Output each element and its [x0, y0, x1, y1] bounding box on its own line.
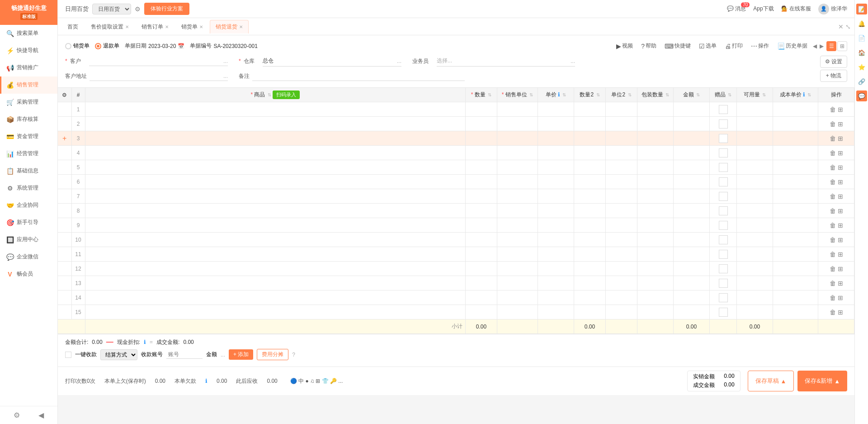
settings-btn[interactable]: ⚙ 设置: [820, 56, 847, 68]
qty-cell[interactable]: [466, 102, 497, 117]
table-row[interactable]: 7🗑⊞: [58, 189, 854, 204]
table-row[interactable]: +3🗑⊞: [58, 131, 854, 146]
price-cell[interactable]: [538, 160, 574, 175]
product-cell[interactable]: [85, 233, 466, 247]
amount-cell[interactable]: [674, 305, 710, 319]
prev-record-icon[interactable]: ◀: [813, 43, 817, 49]
qty2-cell[interactable]: [574, 175, 606, 189]
copy-row-icon[interactable]: ⊞: [838, 294, 843, 301]
price-cell[interactable]: [538, 146, 574, 160]
table-row[interactable]: 5🗑⊞: [58, 160, 854, 175]
pack-cell[interactable]: [637, 247, 674, 262]
calendar-icon[interactable]: 📅: [178, 43, 184, 49]
radio-return[interactable]: 退款单: [95, 42, 119, 50]
available-cell[interactable]: [737, 160, 773, 175]
unit2-cell[interactable]: [606, 189, 637, 204]
copy-row-icon[interactable]: ⊞: [838, 222, 843, 229]
sidebar-item-inventory[interactable]: 📦 库存核算: [0, 111, 57, 128]
gift-checkbox[interactable]: [719, 235, 728, 244]
gift-checkbox[interactable]: [719, 192, 728, 201]
sort-product-icon[interactable]: ⇅: [268, 92, 271, 97]
sidebar-item-guide[interactable]: 🎯 新手引导: [0, 214, 57, 231]
staff-dots[interactable]: ...: [571, 58, 575, 64]
tab-sales-order[interactable]: 销售订单 ✕: [136, 20, 175, 33]
product-cell[interactable]: [85, 189, 466, 204]
gift-checkbox[interactable]: [719, 119, 728, 129]
sort-amount-icon[interactable]: ⇅: [696, 92, 700, 97]
product-cell[interactable]: [85, 117, 466, 131]
available-cell[interactable]: [737, 146, 773, 160]
category-select[interactable]: 日用百货: [92, 4, 131, 14]
tab-close-icon[interactable]: ✕: [165, 24, 169, 29]
copy-row-icon[interactable]: ⊞: [838, 265, 843, 272]
expand-window-icon[interactable]: ⤡: [845, 23, 851, 30]
gift-checkbox[interactable]: [719, 221, 728, 230]
sort-qty2-icon[interactable]: ⇅: [596, 92, 600, 97]
scan-btn[interactable]: 扫码录入: [273, 91, 300, 99]
price-cell[interactable]: [538, 233, 574, 247]
sidebar-item-system[interactable]: ⚙ 系统管理: [0, 180, 57, 197]
qty2-cell[interactable]: [574, 305, 606, 319]
delete-row-icon[interactable]: 🗑: [830, 135, 836, 142]
copy-row-icon[interactable]: ⊞: [838, 309, 843, 316]
table-row[interactable]: 4🗑⊞: [58, 146, 854, 160]
pack-cell[interactable]: [637, 160, 674, 175]
available-cell[interactable]: [737, 189, 773, 204]
sidebar-item-member[interactable]: V 畅会员: [0, 266, 57, 283]
table-row[interactable]: 11🗑⊞: [58, 247, 854, 262]
product-cell[interactable]: [85, 247, 466, 262]
sidebar-item-finance[interactable]: 💳 资金管理: [0, 128, 57, 145]
customer-dots[interactable]: ...: [223, 58, 228, 64]
copy-row-icon[interactable]: ⊞: [838, 149, 843, 157]
qty-cell[interactable]: [466, 204, 497, 218]
table-row[interactable]: 13🗑⊞: [58, 276, 854, 291]
unit2-cell[interactable]: [606, 262, 637, 276]
copy-row-icon[interactable]: ⊞: [838, 178, 843, 186]
available-cell[interactable]: [737, 276, 773, 291]
copy-row-icon[interactable]: ⊞: [838, 207, 843, 214]
unit-cell[interactable]: [497, 131, 538, 146]
unit-cell[interactable]: [497, 218, 538, 233]
right-panel-bell-icon[interactable]: 🔔: [856, 18, 867, 29]
unit-cell[interactable]: [497, 146, 538, 160]
table-row[interactable]: 14🗑⊞: [58, 291, 854, 305]
gift-cell[interactable]: [710, 233, 737, 247]
customer-input[interactable]: ...: [89, 56, 228, 66]
video-btn[interactable]: ▶ 视频: [613, 41, 636, 51]
tab-price-settings[interactable]: 售价提取设置 ✕: [85, 20, 135, 33]
cost-cell[interactable]: [773, 247, 818, 262]
price-cell[interactable]: [538, 204, 574, 218]
payment-method-select[interactable]: 结算方式 现金 银行转账: [100, 349, 137, 360]
copy-row-icon[interactable]: ⊞: [838, 280, 843, 287]
product-cell[interactable]: [85, 131, 466, 146]
radio-sale[interactable]: 销货单: [65, 42, 90, 50]
gift-cell[interactable]: [710, 218, 737, 233]
copy-row-icon[interactable]: ⊞: [838, 135, 843, 142]
qty2-cell[interactable]: [574, 204, 606, 218]
unit-cell[interactable]: [497, 305, 538, 319]
copy-row-icon[interactable]: ⊞: [838, 193, 843, 200]
gift-cell[interactable]: [710, 102, 737, 117]
topbar-gear-icon[interactable]: ⚙: [135, 5, 141, 13]
product-cell[interactable]: [85, 276, 466, 291]
gift-checkbox[interactable]: [719, 206, 728, 215]
price-cell[interactable]: [538, 131, 574, 146]
gift-checkbox[interactable]: [719, 134, 728, 143]
gift-cell[interactable]: [710, 131, 737, 146]
amount-cell[interactable]: [674, 276, 710, 291]
amount-cell[interactable]: [674, 262, 710, 276]
amount-cell[interactable]: [674, 160, 710, 175]
qty2-cell[interactable]: [574, 276, 606, 291]
remark-input[interactable]: [252, 71, 465, 81]
save-draft-btn[interactable]: 保存草稿 ▲: [748, 371, 794, 391]
gift-checkbox[interactable]: [719, 148, 728, 157]
qty2-cell[interactable]: [574, 262, 606, 276]
sidebar-item-collab[interactable]: 🤝 企业协同: [0, 197, 57, 214]
unit2-cell[interactable]: [606, 276, 637, 291]
delete-row-icon[interactable]: 🗑: [830, 120, 836, 128]
gift-checkbox[interactable]: [719, 250, 728, 259]
gift-checkbox[interactable]: [719, 163, 728, 172]
add-payment-btn[interactable]: + 添加: [229, 349, 253, 360]
delete-row-icon[interactable]: 🗑: [830, 207, 836, 214]
product-cell[interactable]: [85, 218, 466, 233]
